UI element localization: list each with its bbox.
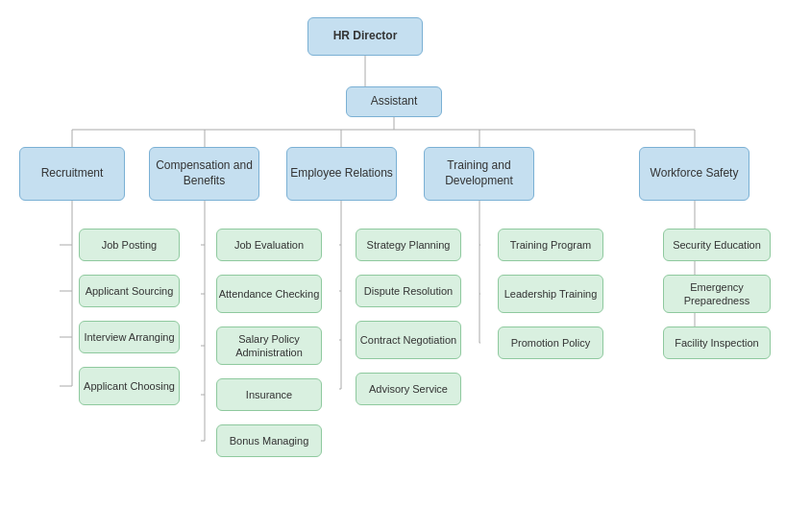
dispute-resolution-box: Dispute Resolution xyxy=(356,275,461,307)
applicant-choosing-box: Applicant Choosing xyxy=(79,367,180,405)
emergency-preparedness-box: Emergency Preparedness xyxy=(663,275,771,313)
connector-lines xyxy=(0,0,786,532)
training-dev-box: Training and Development xyxy=(424,147,534,201)
recruitment-box: Recruitment xyxy=(19,147,125,201)
job-posting-box: Job Posting xyxy=(79,229,180,261)
facility-inspection-box: Facility Inspection xyxy=(663,326,771,359)
attendance-checking-box: Attendance Checking xyxy=(216,275,322,313)
advisory-service-box: Advisory Service xyxy=(356,373,461,405)
applicant-sourcing-box: Applicant Sourcing xyxy=(79,275,180,307)
leadership-training-box: Leadership Training xyxy=(498,275,603,313)
contract-negotiation-box: Contract Negotiation xyxy=(356,321,461,359)
training-program-box: Training Program xyxy=(498,229,603,261)
job-evaluation-box: Job Evaluation xyxy=(216,229,322,261)
interview-arranging-box: Interview Arranging xyxy=(79,321,180,353)
assistant-box: Assistant xyxy=(346,86,442,117)
bonus-managing-box: Bonus Managing xyxy=(216,424,322,457)
chart-container: HR Director Assistant Recruitment Compen… xyxy=(0,0,786,532)
salary-policy-box: Salary Policy Administration xyxy=(216,326,322,365)
insurance-box: Insurance xyxy=(216,378,322,411)
workforce-safety-box: Workforce Safety xyxy=(639,147,749,201)
security-education-box: Security Education xyxy=(663,229,771,261)
comp-benefits-box: Compensation and Benefits xyxy=(149,147,259,201)
strategy-planning-box: Strategy Planning xyxy=(356,229,461,261)
employee-relations-box: Employee Relations xyxy=(286,147,397,201)
promotion-policy-box: Promotion Policy xyxy=(498,326,603,359)
hr-director-box: HR Director xyxy=(307,17,423,56)
